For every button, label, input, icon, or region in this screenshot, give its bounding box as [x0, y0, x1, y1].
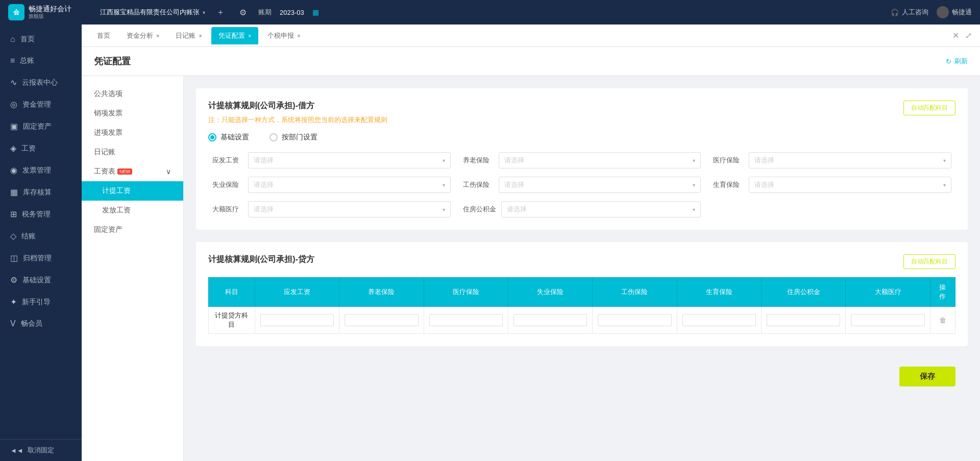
- user-area[interactable]: 畅捷通: [937, 6, 972, 18]
- sidebar-item-funds[interactable]: ◎ 资金管理: [0, 93, 82, 115]
- maximize-icon[interactable]: ⤢: [965, 31, 972, 40]
- sidebar-label-settings: 基础设置: [22, 276, 51, 285]
- close-window-icon[interactable]: ✕: [952, 31, 959, 40]
- sidebar-label-funds: 资金管理: [22, 100, 51, 109]
- sidebar-item-vip[interactable]: V 畅会员: [0, 313, 82, 334]
- radio-basic-label: 基础设置: [220, 133, 249, 142]
- settings-icon[interactable]: ⚙: [236, 5, 250, 19]
- sidebar-item-assets[interactable]: ▣ 固定资产: [0, 115, 82, 137]
- th-housing: 住房公积金: [762, 278, 846, 307]
- sidebar-item-reports[interactable]: ∿ 云报表中心: [0, 71, 82, 93]
- sidebar-label-invoice: 发票管理: [22, 166, 51, 175]
- main-panel: 自动匹配科目 计提核算规则(公司承担)-借方 注：只能选择一种方式，系统将按照您…: [184, 76, 980, 461]
- select-gross-salary[interactable]: 请选择 ▾: [248, 152, 451, 168]
- sidebar-item-inventory[interactable]: ▦ 库存核算: [0, 181, 82, 203]
- radio-basic[interactable]: 基础设置: [208, 133, 249, 142]
- tab-voucher-config[interactable]: 凭证配置 ×: [211, 27, 258, 44]
- sidebar: ⌂ 首页 ≡ 总账 ∿ 云报表中心 ◎ 资金管理 ▣ 固定资产 ◈ 工资 ◉ 发…: [0, 25, 82, 461]
- sidebar-item-archive[interactable]: ◫ 归档管理: [0, 247, 82, 269]
- td-birth-input[interactable]: [677, 307, 761, 334]
- auto-match-debit-btn[interactable]: 自动匹配科目: [903, 101, 955, 115]
- sidebar-item-tax[interactable]: ⊞ 税务管理: [0, 203, 82, 225]
- sidebar-item-guide[interactable]: ✦ 新手引导: [0, 291, 82, 313]
- save-btn[interactable]: 保存: [899, 367, 955, 386]
- refresh-btn[interactable]: ↻ 刷新: [946, 57, 968, 66]
- nav-payroll-table[interactable]: 工资表NEW ∨: [82, 162, 183, 181]
- input-gross[interactable]: [260, 314, 334, 326]
- td-housing-input[interactable]: [762, 307, 846, 334]
- select-injury[interactable]: 请选择 ▾: [499, 177, 701, 193]
- input-injury[interactable]: [598, 314, 671, 326]
- tab-fund-analysis[interactable]: 资金分析 ×: [119, 27, 166, 44]
- th-action: 操作: [930, 278, 955, 307]
- expand-icon: ∨: [166, 167, 171, 176]
- nav-calc-payroll[interactable]: 计提工资: [82, 181, 183, 201]
- period-value: 2023-03: [280, 9, 304, 16]
- close-voucher-tab-icon[interactable]: ×: [248, 33, 251, 39]
- select-housing-fund[interactable]: 请选择 ▾: [501, 201, 701, 217]
- td-injury-input[interactable]: [593, 307, 677, 334]
- radio-group: 基础设置 按部门设置: [208, 133, 955, 142]
- td-unemployment-input[interactable]: [508, 307, 592, 334]
- close-tax-tab-icon[interactable]: ×: [297, 33, 300, 39]
- field-birth: 生育保险 请选择 ▾: [713, 177, 951, 193]
- add-btn[interactable]: ＋: [213, 5, 228, 19]
- company-select[interactable]: 江西服宝精品有限责任公司内账张 ▾: [100, 8, 205, 17]
- td-medical-input[interactable]: [424, 307, 508, 334]
- input-medical[interactable]: [429, 314, 503, 326]
- unpin-btn[interactable]: ◄◄ 取消固定: [0, 439, 82, 461]
- period-label: 账期: [258, 8, 272, 17]
- page-title: 凭证配置: [94, 55, 131, 67]
- settings-nav-icon: ⚙: [10, 275, 17, 285]
- calendar-icon[interactable]: ▦: [312, 8, 319, 16]
- select-birth[interactable]: 请选择 ▾: [749, 177, 951, 193]
- tab-journal[interactable]: 日记账 ×: [168, 27, 209, 44]
- input-housing[interactable]: [767, 314, 840, 326]
- nav-journal[interactable]: 日记账: [82, 142, 183, 162]
- ai-consult-btn[interactable]: 🎧 人工咨询: [891, 8, 928, 17]
- nav-pay-salary[interactable]: 发放工资: [82, 201, 183, 220]
- input-large-medical[interactable]: [851, 314, 924, 326]
- input-unemployment[interactable]: [513, 314, 587, 326]
- select-medical[interactable]: 请选择 ▾: [749, 152, 951, 168]
- close-fund-tab-icon[interactable]: ×: [156, 33, 159, 39]
- td-delete[interactable]: 🗑: [930, 307, 955, 334]
- user-name: 畅捷通: [952, 8, 972, 17]
- nav-public[interactable]: 公共选项: [82, 84, 183, 104]
- new-badge: NEW: [117, 168, 132, 175]
- invoice-icon: ◉: [10, 165, 17, 175]
- sidebar-item-close[interactable]: ◇ 结账: [0, 225, 82, 247]
- top-center: 江西服宝精品有限责任公司内账张 ▾ ＋ ⚙ 账期 2023-03 ▦: [90, 5, 891, 19]
- sidebar-label-archive: 归档管理: [23, 254, 52, 263]
- tab-tax-report[interactable]: 个税申报 ×: [260, 27, 307, 44]
- auto-match-credit-btn[interactable]: 自动匹配科目: [903, 254, 955, 269]
- sidebar-item-ledger[interactable]: ≡ 总账: [0, 50, 82, 71]
- chevron-large-medical-icon: ▾: [443, 207, 445, 212]
- sidebar-item-salary[interactable]: ◈ 工资: [0, 137, 82, 159]
- nav-sales[interactable]: 销项发票: [82, 104, 183, 123]
- delete-row-icon[interactable]: 🗑: [939, 316, 946, 324]
- logo-area: 会 畅捷通好会计 旗舰版: [8, 4, 90, 20]
- salary-icon: ◈: [10, 143, 16, 153]
- radio-dept[interactable]: 按部门设置: [270, 133, 317, 142]
- tab-home[interactable]: 首页: [90, 27, 117, 44]
- sidebar-item-settings[interactable]: ⚙ 基础设置: [0, 269, 82, 291]
- td-large-medical-input[interactable]: [846, 307, 930, 334]
- th-injury: 工伤保险: [593, 278, 677, 307]
- td-gross-input[interactable]: [255, 307, 339, 334]
- close-journal-tab-icon[interactable]: ×: [199, 33, 202, 39]
- select-unemployment[interactable]: 请选择 ▾: [248, 177, 451, 193]
- sidebar-item-home[interactable]: ⌂ 首页: [0, 29, 82, 50]
- nav-fixed-assets[interactable]: 固定资产: [82, 220, 183, 239]
- field-housing-fund: 住房公积金 请选择 ▾: [463, 201, 701, 217]
- headset-icon: 🎧: [891, 9, 899, 16]
- input-pension[interactable]: [345, 314, 418, 326]
- nav-purchase[interactable]: 进项发票: [82, 123, 183, 142]
- select-pension[interactable]: 请选择 ▾: [499, 152, 701, 168]
- select-large-medical[interactable]: 请选择 ▾: [248, 201, 451, 217]
- th-medical: 医疗保险: [424, 278, 508, 307]
- td-pension-input[interactable]: [339, 307, 424, 334]
- sidebar-item-invoice[interactable]: ◉ 发票管理: [0, 159, 82, 181]
- input-birth[interactable]: [682, 314, 756, 326]
- sidebar-label-guide: 新手引导: [22, 298, 51, 307]
